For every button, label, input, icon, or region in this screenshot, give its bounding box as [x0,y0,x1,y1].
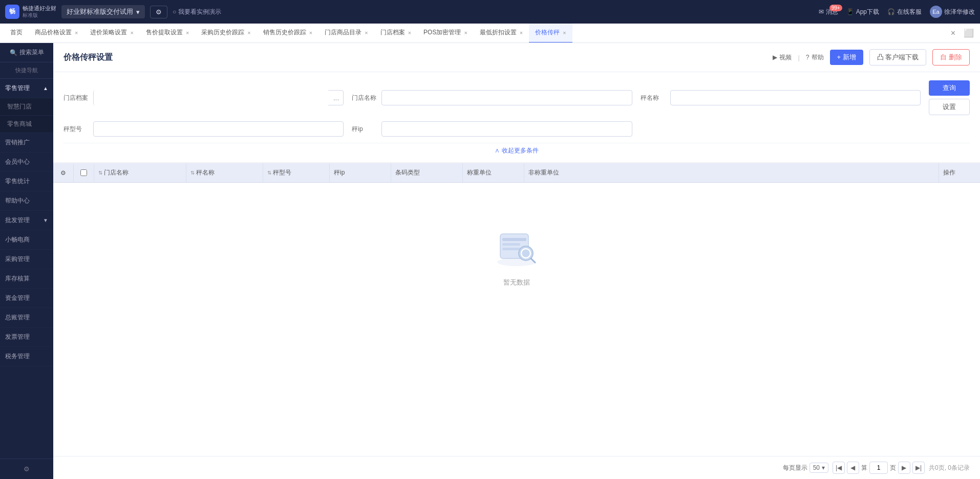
sort-icon: ⇅ [267,170,271,176]
headset-icon: 🎧 [887,8,895,15]
tab-pos-encrypt[interactable]: POS加密管理 × [417,24,474,43]
sidebar-item-member[interactable]: 会员中心 [0,153,53,172]
sort-icon: ⇅ [98,170,102,176]
sidebar-item-marketing[interactable]: 营销推广 [0,133,53,153]
tab-store-catalog[interactable]: 门店商品目录 × [318,24,374,43]
tab-product-price[interactable]: 商品价格设置 × [29,24,84,43]
sort-icon: ⇅ [190,170,195,176]
filter-store-name-label: 门店名称 [352,94,377,102]
sidebar-item-finance[interactable]: 资金管理 [0,289,53,308]
sidebar-item-purchase[interactable]: 采购管理 [0,250,53,269]
filter-store-archive: 门店档案 ... [63,90,344,105]
tab-close-icon[interactable]: × [309,30,312,36]
first-page-btn[interactable]: |◀ [833,462,845,474]
tab-min-discount[interactable]: 最低折扣设置 × [474,24,529,43]
empty-state: 暂无数据 [53,183,980,328]
th-gear[interactable]: ⚙ [53,164,74,182]
tab-purchase-strategy[interactable]: 进价策略设置 × [84,24,139,43]
sidebar-item-tax[interactable]: 税务管理 [0,347,53,366]
top-header: 畅 畅捷通好业财 标准版 好业财标准版交付试用 ▾ ⚙ ○ 我要看实例演示 ✉ … [0,0,980,24]
video-link[interactable]: ▶ 视频 [773,53,792,62]
search-icon: 🔍 [10,49,17,56]
th-check[interactable] [74,164,94,181]
size-select-dropdown[interactable]: 50 ▾ [809,463,828,473]
empty-icon [491,224,542,270]
sidebar-settings-btn[interactable]: ⚙ [0,459,53,479]
page-actions: ▶ 视频 | ? 帮助 + 新增 凸 客户端下载 自 删除 [773,49,970,66]
add-button[interactable]: + 新增 [830,50,863,65]
tab-close-icon[interactable]: × [130,30,133,36]
sidebar-item-retail-mall[interactable]: 零售商城 [0,116,53,133]
prev-page-btn[interactable]: ◀ [847,462,859,474]
th-ops: 操作 [939,163,980,182]
tab-close-all-btn[interactable]: × [949,28,957,39]
user-area[interactable]: Ea 徐泽华修改 [930,6,975,18]
svg-rect-2 [502,238,526,241]
collapse-btn[interactable]: ∧ 收起更多条件 [63,143,970,158]
table-area: ⚙ ⇅ 门店名称 ⇅ 秤名称 ⇅ 秤型号 秤ip [53,163,980,456]
sidebar: 🔍 搜索菜单 快捷导航 零售管理 ▲ 智慧门店 零售商城 营销推广 会员中心 零… [0,43,53,479]
app-download-btn[interactable]: 📱 App下载 [846,8,879,16]
tab-close-icon[interactable]: × [365,30,368,36]
page-number-input[interactable] [869,462,888,474]
tab-maximize-btn[interactable]: ⬜ [962,27,976,39]
store-name-input[interactable] [381,90,632,105]
sidebar-item-retail[interactable]: 零售管理 ▲ [0,79,53,98]
sidebar-item-smart-store[interactable]: 智慧门店 [0,98,53,116]
sidebar-item-inventory[interactable]: 库存核算 [0,269,53,289]
tab-sale-history[interactable]: 销售历史价跟踪 × [257,24,318,43]
tab-home[interactable]: 首页 [4,24,29,43]
demo-link[interactable]: ○ 我要看实例演示 [173,8,221,16]
tab-close-icon[interactable]: × [186,30,189,36]
sidebar-item-wholesale[interactable]: 批发管理 ▼ [0,211,53,230]
tab-close-icon[interactable]: × [75,30,78,36]
logo-area: 畅 畅捷通好业财 标准版 [5,5,56,19]
tab-bar: 首页 商品价格设置 × 进价策略设置 × 售价提取设置 × 采购历史价跟踪 × … [0,24,980,43]
help-icon: ? [806,54,809,61]
tab-store-archive[interactable]: 门店档案 × [374,24,417,43]
logo-icon: 畅 [5,5,19,19]
set-button[interactable]: 设置 [929,99,970,115]
help-link[interactable]: ? 帮助 [806,53,824,62]
tab-close-active-icon[interactable]: × [563,30,566,36]
sidebar-item-general[interactable]: 总账管理 [0,308,53,328]
sidebar-item-mini-ecom[interactable]: 小畅电商 [0,230,53,250]
search-menu-btn[interactable]: 🔍 搜索菜单 [0,43,53,62]
settings-gear-icon: ⚙ [24,465,30,473]
delete-button[interactable]: 自 删除 [932,49,970,66]
next-page-btn[interactable]: ▶ [898,462,910,474]
store-archive-dots-btn[interactable]: ... [329,94,344,102]
tab-controls: × ⬜ [949,27,976,39]
tab-close-icon[interactable]: × [520,30,523,36]
filter-store-archive-label: 门店档案 [63,94,89,102]
sidebar-item-help[interactable]: 帮助中心 [0,191,53,211]
tab-close-icon[interactable]: × [464,30,467,36]
online-service-btn[interactable]: 🎧 在线客服 [887,8,922,16]
th-scale-ip: 秤ip [330,163,391,182]
app-selector[interactable]: 好业财标准版交付试用 ▾ [61,5,145,18]
query-button[interactable]: 查询 [929,80,970,96]
expand-arrow-icon: ▲ [43,85,48,91]
quick-nav-btn[interactable]: 快捷导航 [0,62,53,79]
avatar: Ea [930,6,942,18]
logo-text: 畅捷通好业财 [23,5,56,12]
tab-close-icon[interactable]: × [408,30,411,36]
last-page-btn[interactable]: ▶| [912,462,925,474]
tab-price-scale[interactable]: 价格传秤 × [529,24,572,43]
logo-subtext: 标准版 [23,12,56,19]
tab-close-icon[interactable]: × [247,30,250,36]
download-button[interactable]: 凸 客户端下载 [869,49,927,66]
scale-ip-input[interactable] [381,121,632,137]
scale-name-input[interactable] [670,90,921,105]
empty-text: 暂无数据 [503,278,530,287]
tab-sale-extract[interactable]: 售价提取设置 × [140,24,195,43]
sidebar-item-retail-stats[interactable]: 零售统计 [0,172,53,191]
messages-btn[interactable]: ✉ 消息 99+ [819,8,838,16]
scale-model-input[interactable] [93,121,344,137]
sidebar-item-invoice[interactable]: 发票管理 [0,328,53,347]
store-archive-input-wrapper: ... [93,90,344,105]
select-all-checkbox[interactable] [80,169,87,176]
tab-purchase-history[interactable]: 采购历史价跟踪 × [195,24,257,43]
settings-btn[interactable]: ⚙ [150,6,167,18]
store-archive-input[interactable] [94,90,329,105]
